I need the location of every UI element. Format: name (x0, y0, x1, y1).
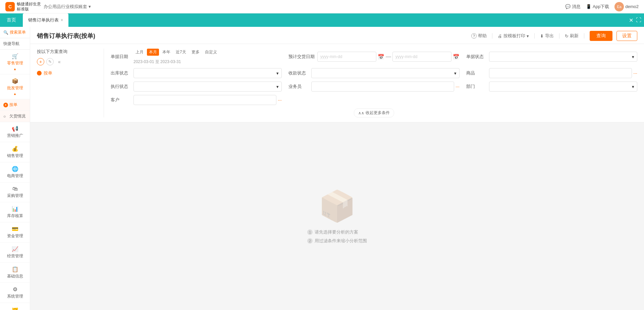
filter-date-row: 单据日期 上月 本月 本年 近7天 更多 自定义 (111, 49, 282, 65)
app-download-btn[interactable]: 📱 App下载 (586, 4, 609, 10)
tab-close-icon[interactable]: × (61, 18, 63, 22)
receipt-select[interactable]: ▾ (311, 68, 460, 78)
filter-controls: 单据日期 上月 本月 本年 近7天 更多 自定义 (104, 49, 637, 117)
period-custom[interactable]: 自定义 (203, 49, 219, 56)
expected-date-label: 预计交货日期 (288, 54, 315, 60)
date-period-row: 上月 本月 本年 近7天 更多 自定义 (133, 49, 282, 56)
operation-icon: 📈 (12, 246, 18, 252)
sidebar-sub-item-press[interactable]: ● 按单 (0, 99, 30, 111)
settings-button[interactable]: 设置 (616, 31, 637, 41)
topbar: C 畅捷通好生意 标准版 办公用品行业模拟账套 ▾ 💬 消息 📱 App下载 E… (0, 0, 644, 13)
department-select[interactable]: ▾ (489, 82, 637, 92)
sidebar-item-enterprise[interactable]: 🤝 企业协同 (0, 303, 30, 310)
salesperson-input[interactable] (311, 82, 454, 92)
empty-tip-1: 1 请先选择要分析的方案 (307, 229, 367, 235)
avatar: Ea (614, 2, 624, 11)
breadcrumb[interactable]: 办公用品行业模拟账套 ▾ (44, 4, 91, 10)
period-this-year[interactable]: 本年 (160, 49, 172, 56)
goods-dots-btn[interactable]: ··· (633, 70, 637, 76)
scheme-actions: + ✎ « (37, 58, 98, 65)
sidebar-item-marketing[interactable]: 📢 营销推广 (0, 122, 30, 142)
divider4 (584, 33, 584, 39)
salesperson-label: 业务员 (288, 84, 309, 90)
page-actions: ? 帮助 🖨 按模板打印 ▾ ⬇ 导出 ↻ 刷新 (471, 31, 637, 41)
customer-dots-btn[interactable]: ··· (278, 97, 282, 103)
filter-salesperson-row: 业务员 ··· (288, 82, 460, 92)
export-btn[interactable]: ⬇ 导出 (540, 33, 554, 39)
scheme-item-press[interactable]: 按单 (37, 69, 98, 78)
topbar-left: C 畅捷通好生意 标准版 办公用品行业模拟账套 ▾ (5, 2, 91, 11)
sidebar-item-inventory[interactable]: 📊 库存核算 (0, 202, 30, 222)
sidebar-search[interactable]: 🔍 搜索菜单 (0, 27, 30, 38)
topbar-right: 💬 消息 📱 App下载 Ea demo2 (565, 2, 639, 11)
sidebar-item-basic[interactable]: 📋 基础信息 (0, 263, 30, 283)
salesperson-dots-btn[interactable]: ··· (455, 84, 460, 89)
collapse-up-icon: ∧∧ (358, 111, 364, 115)
period-last7[interactable]: 近7天 (174, 49, 188, 56)
period-this-month[interactable]: 本月 (147, 49, 159, 56)
sidebar-item-wholesale[interactable]: 📦 批发管理 ▲ (0, 74, 30, 99)
download-icon: 📱 (586, 4, 591, 9)
divider2 (534, 33, 535, 39)
content-area: 销售订单执行表(按单) ? 帮助 🖨 按模板打印 ▾ ⬇ 导出 (30, 27, 644, 310)
chevron-icon: ▲ (13, 92, 17, 96)
refresh-btn[interactable]: ↻ 刷新 (565, 33, 579, 39)
exec-select[interactable]: ▾ (133, 82, 282, 92)
sidebar-sub-wholesale: ● 按单 ○ 欠货情况 (0, 99, 30, 122)
expected-date-start[interactable]: yyyy-mm-dd (317, 52, 376, 62)
status-select[interactable]: ▾ (489, 52, 637, 62)
window-close-btn[interactable]: ✕ (629, 17, 633, 23)
status-label: 单据状态 (466, 54, 486, 60)
tab-sales-order[interactable]: 销售订单执行表 × (23, 13, 68, 27)
filter-delivery-row: 出库状态 ▾ (111, 68, 282, 78)
page-title: 销售订单执行表(按单) (37, 32, 95, 40)
expected-date-end[interactable]: yyyy-mm-dd (392, 52, 451, 62)
sidebar-item-sales[interactable]: 💰 销售管理 (0, 142, 30, 162)
search-icon: 🔍 (3, 30, 8, 35)
collapse-row: ∧∧ 收起更多条件 (111, 108, 637, 117)
tab-home[interactable]: 首页 (0, 13, 23, 27)
delivery-select[interactable]: ▾ (133, 68, 282, 78)
filter-receipt-row: 收款状态 ▾ (288, 68, 460, 78)
sidebar-item-ecommerce[interactable]: 🌐 电商管理 (0, 162, 30, 183)
breadcrumb-text: 办公用品行业模拟账套 (44, 4, 87, 10)
print-chevron-icon: ▾ (527, 34, 529, 39)
customer-input[interactable] (133, 95, 276, 105)
message-btn[interactable]: 💬 消息 (565, 4, 581, 10)
sidebar-item-retail[interactable]: 🛒 零售管理 ▲ (0, 50, 30, 74)
filter-customer-row: 客户 ··· (111, 95, 282, 105)
sidebar-item-finance[interactable]: 💳 资金管理 (0, 222, 30, 243)
period-more[interactable]: 更多 (190, 49, 202, 56)
sidebar-item-system[interactable]: ⚙ 系统管理 (0, 283, 30, 303)
sidebar-item-operation[interactable]: 📈 经营管理 (0, 243, 30, 263)
window-expand-btn[interactable]: ⛶ (636, 17, 641, 23)
delivery-chevron-icon: ▾ (276, 71, 279, 76)
collapse-scheme-btn[interactable]: « (56, 58, 63, 65)
period-last-month[interactable]: 上月 (133, 49, 146, 56)
collapse-filter-btn[interactable]: ∧∧ 收起更多条件 (354, 108, 394, 117)
filter-department-row: 部门 ▾ (466, 82, 637, 92)
goods-label: 商品 (466, 70, 486, 76)
enterprise-icon: 🤝 (12, 306, 18, 310)
filter-expected-date-row: 预计交货日期 yyyy-mm-dd 📅 — yyyy-mm-dd (288, 49, 460, 65)
empty-tip-2: 2 用过滤条件来缩小分析范围 (307, 238, 367, 244)
help-icon: ? (471, 33, 477, 39)
refresh-icon: ↻ (565, 34, 569, 39)
filter-scheme-panel: 按以下方案查询 + ✎ « 按单 (37, 49, 104, 117)
query-button[interactable]: 查询 (590, 31, 612, 41)
sidebar-sub-item-owe[interactable]: ○ 欠货情况 (0, 111, 30, 122)
goods-input[interactable] (489, 68, 632, 78)
print-btn[interactable]: 🖨 按模板打印 ▾ (498, 33, 529, 39)
edit-scheme-btn[interactable]: ✎ (46, 58, 54, 65)
add-scheme-btn[interactable]: + (37, 58, 44, 65)
user-avatar-btn[interactable]: Ea demo2 (614, 2, 639, 11)
marketing-icon: 📢 (12, 125, 18, 132)
sidebar-item-purchase[interactable]: 🛍 采购管理 (0, 183, 30, 202)
divider3 (559, 33, 559, 39)
help-btn[interactable]: ? 帮助 (471, 33, 487, 39)
date-cal-start-icon: 📅 (378, 54, 384, 60)
filter-panel: 按以下方案查询 + ✎ « 按单 (30, 44, 644, 122)
system-icon: ⚙ (13, 286, 17, 293)
tabbar-actions: ✕ ⛶ (629, 17, 644, 23)
sidebar-quick-nav[interactable]: 快捷导航 (0, 38, 30, 50)
